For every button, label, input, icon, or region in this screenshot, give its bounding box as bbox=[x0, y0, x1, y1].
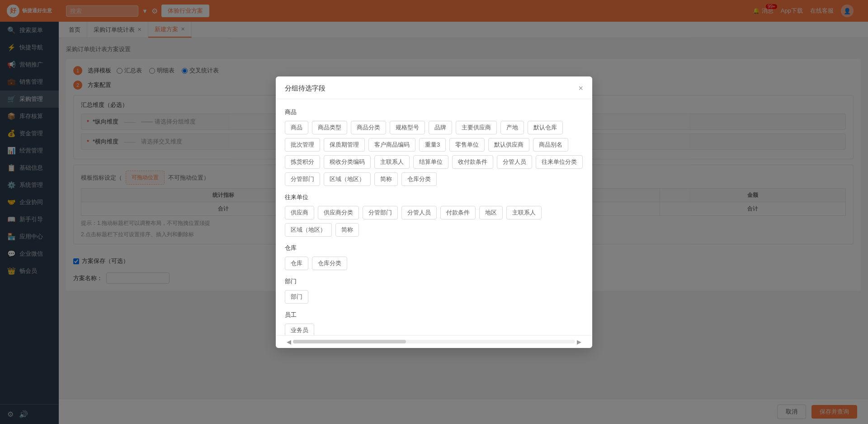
field-tag-2-0[interactable]: 仓库 bbox=[285, 257, 308, 270]
field-tag-0-19[interactable]: 收付款条件 bbox=[452, 155, 493, 169]
field-tag-0-13[interactable]: 默认供应商 bbox=[488, 138, 529, 152]
field-tag-1-8[interactable]: 简称 bbox=[335, 223, 359, 237]
field-tag-0-11[interactable]: 重量3 bbox=[419, 138, 446, 152]
field-tag-0-3[interactable]: 规格型号 bbox=[390, 121, 425, 134]
field-tag-0-22[interactable]: 分管部门 bbox=[285, 172, 320, 186]
tags-grid-1: 供应商供应商分类分管部门分管人员付款条件地区主联系人区域（地区）简称 bbox=[285, 206, 583, 237]
field-tag-1-1[interactable]: 供应商分类 bbox=[318, 206, 359, 219]
field-tag-1-3[interactable]: 分管人员 bbox=[401, 206, 437, 219]
field-tag-0-18[interactable]: 结算单位 bbox=[413, 155, 448, 169]
field-tag-1-4[interactable]: 付款条件 bbox=[440, 206, 476, 219]
modal-overlay: 分组待选字段 × 商品商品商品类型商品分类规格型号品牌主要供应商产地默认仓库批次… bbox=[0, 0, 868, 424]
field-tag-0-2[interactable]: 商品分类 bbox=[351, 121, 386, 134]
modal-close-button[interactable]: × bbox=[578, 84, 583, 93]
field-tag-0-14[interactable]: 商品别名 bbox=[533, 138, 568, 152]
section-title-2: 仓库 bbox=[285, 244, 583, 252]
field-tag-0-8[interactable]: 批次管理 bbox=[285, 138, 320, 152]
modal-title: 分组待选字段 bbox=[285, 84, 326, 93]
field-tag-3-0[interactable]: 部门 bbox=[285, 290, 308, 304]
field-tag-0-20[interactable]: 分管人员 bbox=[497, 155, 532, 169]
field-tag-0-12[interactable]: 零售单位 bbox=[449, 138, 485, 152]
modal-body: 商品商品商品类型商品分类规格型号品牌主要供应商产地默认仓库批次管理保质期管理客户… bbox=[276, 99, 592, 335]
scroll-track bbox=[293, 340, 575, 343]
scroll-right-btn[interactable]: ▶ bbox=[575, 338, 583, 345]
tags-grid-3: 部门 bbox=[285, 290, 583, 304]
field-tag-0-23[interactable]: 区域（地区） bbox=[324, 172, 371, 186]
modal-scroll-x: ◀ ▶ bbox=[276, 335, 592, 348]
field-tag-4-0[interactable]: 业务员 bbox=[285, 324, 314, 335]
field-tag-1-0[interactable]: 供应商 bbox=[285, 206, 314, 219]
field-tag-1-7[interactable]: 区域（地区） bbox=[285, 223, 332, 237]
section-title-0: 商品 bbox=[285, 108, 583, 116]
field-tag-0-9[interactable]: 保质期管理 bbox=[324, 138, 365, 152]
field-tag-0-17[interactable]: 主联系人 bbox=[374, 155, 410, 169]
section-title-3: 部门 bbox=[285, 277, 583, 286]
field-tag-0-4[interactable]: 品牌 bbox=[429, 121, 452, 134]
section-title-4: 员工 bbox=[285, 311, 583, 319]
field-tag-0-21[interactable]: 往来单位分类 bbox=[536, 155, 583, 169]
field-tag-0-15[interactable]: 拣货积分 bbox=[285, 155, 320, 169]
tags-grid-2: 仓库仓库分类 bbox=[285, 257, 583, 270]
scroll-left-btn[interactable]: ◀ bbox=[285, 338, 293, 345]
field-tag-0-0[interactable]: 商品 bbox=[285, 121, 308, 134]
tags-grid-4: 业务员 bbox=[285, 324, 583, 335]
modal: 分组待选字段 × 商品商品商品类型商品分类规格型号品牌主要供应商产地默认仓库批次… bbox=[276, 76, 592, 348]
field-tag-0-7[interactable]: 默认仓库 bbox=[528, 121, 563, 134]
field-tag-1-6[interactable]: 主联系人 bbox=[506, 206, 542, 219]
field-tag-0-24[interactable]: 简称 bbox=[374, 172, 398, 186]
tags-grid-0: 商品商品类型商品分类规格型号品牌主要供应商产地默认仓库批次管理保质期管理客户商品… bbox=[285, 121, 583, 186]
field-tag-0-25[interactable]: 仓库分类 bbox=[401, 172, 437, 186]
field-tag-1-2[interactable]: 分管部门 bbox=[363, 206, 398, 219]
field-tag-1-5[interactable]: 地区 bbox=[479, 206, 503, 219]
field-tag-2-1[interactable]: 仓库分类 bbox=[312, 257, 347, 270]
section-title-1: 往来单位 bbox=[285, 193, 583, 201]
scroll-thumb bbox=[293, 340, 406, 343]
field-tag-0-6[interactable]: 产地 bbox=[500, 121, 524, 134]
field-tag-0-10[interactable]: 客户商品编码 bbox=[368, 138, 415, 152]
field-tag-0-1[interactable]: 商品类型 bbox=[312, 121, 347, 134]
field-tag-0-16[interactable]: 税收分类编码 bbox=[324, 155, 371, 169]
field-tag-0-5[interactable]: 主要供应商 bbox=[456, 121, 497, 134]
modal-header: 分组待选字段 × bbox=[276, 76, 592, 99]
